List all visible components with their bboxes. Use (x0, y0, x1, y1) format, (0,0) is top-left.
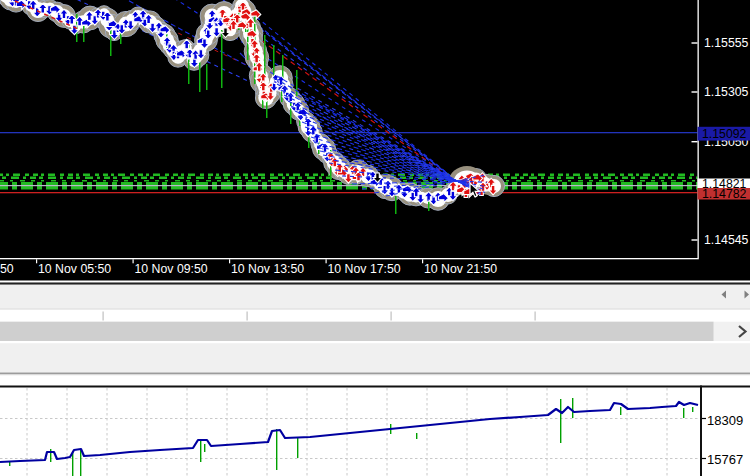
svg-text:1.15555: 1.15555 (704, 36, 749, 50)
svg-text:1.14782: 1.14782 (702, 187, 747, 201)
svg-text:50: 50 (0, 262, 14, 276)
svg-text:1.15305: 1.15305 (704, 85, 749, 99)
svg-text:10 Nov 21:50: 10 Nov 21:50 (424, 262, 497, 276)
svg-text:18309: 18309 (707, 413, 743, 428)
svg-text:10 Nov 05:50: 10 Nov 05:50 (38, 262, 111, 276)
svg-text:1.15092: 1.15092 (702, 127, 747, 141)
svg-text:10 Nov 17:50: 10 Nov 17:50 (328, 262, 401, 276)
svg-text:10 Nov 09:50: 10 Nov 09:50 (135, 262, 208, 276)
svg-text:15767: 15767 (707, 452, 743, 467)
svg-text:10 Nov 13:50: 10 Nov 13:50 (231, 262, 304, 276)
svg-text:1.14545: 1.14545 (704, 233, 749, 247)
